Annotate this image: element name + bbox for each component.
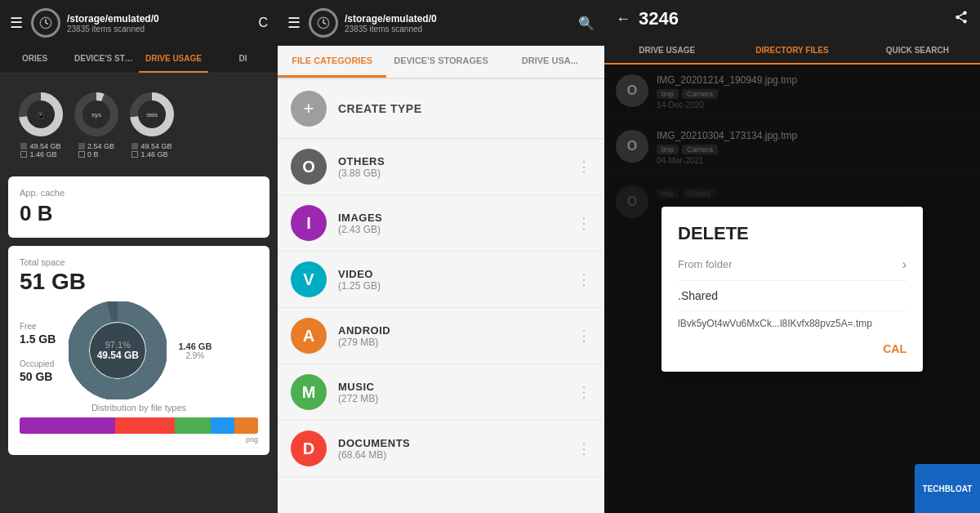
tab-drive-usage-right[interactable]: DRIVE USAGE [604,38,729,63]
cat-more-images[interactable]: ⋮ [577,214,591,232]
watermark: TECHBLOAT [915,464,980,513]
category-row-android[interactable]: A ANDROID (279 MB) ⋮ [278,308,604,364]
middle-storage-text: /storage/emulated/0 23835 items scanned [345,13,437,33]
cat-info-documents: DOCUMENTS (68.64 MB) [338,437,565,461]
tab-ories[interactable]: ORIES [0,46,69,73]
distribution-label: Distribution by file types [20,403,258,413]
cat-size-others: (3.88 GB) [338,167,565,179]
cat-size-music: (272 MB) [338,393,565,404]
delete-from-label: From folder [678,258,732,270]
storage-items: 23835 items scanned [67,25,159,33]
cat-name-android: ANDROID [338,324,565,337]
create-type-row[interactable]: + CREATE TYPE [278,79,604,139]
delete-filename: lBvk5yOt4wVu6MxCk...l8IKvfx88pvz5A=.tmp [678,318,906,329]
category-row-music[interactable]: M MUSIC (272 MB) ⋮ [278,364,604,421]
tab-drive-usage-mid[interactable]: DRIVE USA... [496,46,604,78]
tab-device-storages-mid[interactable]: DEVICE'S STORAGES [386,46,495,78]
cat-circle-video: V [291,261,327,297]
storage-legend-1: 49.54 GB 1.46 GB [20,142,60,158]
total-space-label: Total space [20,257,258,267]
left-panel: ☰ /storage/emulated/0 23835 items scanne… [0,0,278,513]
cat-circle-documents: D [291,430,327,466]
category-row-images[interactable]: I IMAGES (2.43 GB) ⋮ [278,195,604,252]
cat-more-others[interactable]: ⋮ [577,158,591,176]
delete-folder-name: .Shared [678,289,906,302]
hamburger-icon[interactable]: ☰ [10,14,23,32]
right-list: O IMG_20201214_190949.jpg.tmp tmp Camera… [604,65,980,513]
storage-item-1: 📱 49.54 GB 1.46 GB [16,90,65,158]
middle-menu-icon[interactable]: ☰ [287,14,301,32]
right-nav-tabs: DRIVE USAGE DIRECTORY FILES QUICK SEARCH [604,38,980,65]
left-content: 📱 49.54 GB 1.46 GB sys [0,74,278,513]
cat-name-video: VIDEO [338,268,565,280]
middle-storage-info: /storage/emulated/0 23835 items scanned [309,8,570,38]
category-row-video[interactable]: V VIDEO (1.25 GB) ⋮ [278,252,604,308]
svg-text:sys: sys [91,111,101,118]
delete-actions: CAL [678,342,906,355]
middle-top-bar: ☰ /storage/emulated/0 23835 items scanne… [278,0,604,46]
middle-storage-circle [309,8,338,38]
cat-name-others: OTHERS [338,155,565,167]
delete-dialog-title: DELETE [678,223,906,244]
category-row-others[interactable]: O OTHERS (3.88 GB) ⋮ [278,139,604,195]
cat-name-documents: DOCUMENTS [338,437,565,449]
cat-size-video: (1.25 GB) [338,280,565,292]
cat-circle-music: M [291,374,327,410]
free-occupied: Free 1.5 GB Occupied 50 GB [20,318,56,383]
right-top-bar: ← 3246 [604,0,980,38]
delete-dialog-overlay: DELETE From folder › .Shared lBvk5yOt4wV… [604,65,980,513]
donut-chart-3: data [127,90,176,139]
donut-center-text: 97.1% 49.54 GB [97,340,139,361]
tab-quick-search[interactable]: QUICK SEARCH [855,38,980,63]
storage-legend-3: 49.54 GB 1.46 GB [131,142,172,158]
cat-more-music[interactable]: ⋮ [577,383,591,401]
svg-text:data: data [146,112,158,118]
storage-legend-2: 2.54 GB 0 B [78,142,114,158]
middle-search-icon[interactable]: 🔍 [578,16,595,31]
cat-info-android: ANDROID (279 MB) [338,324,565,348]
donut-chart-1: 📱 [16,90,65,139]
cat-more-video[interactable]: ⋮ [577,270,591,288]
middle-storage-items: 23835 items scanned [345,25,437,33]
delete-from-folder[interactable]: From folder › [678,257,906,281]
app-cache-card: App. cache 0 B [8,176,270,238]
middle-nav-tabs: FILE CATEGORIES DEVICE'S STORAGES DRIVE … [278,46,604,79]
cat-size-documents: (68.64 MB) [338,449,565,461]
tab-directory-files[interactable]: DIRECTORY FILES [729,38,854,63]
cat-circle-others: O [291,149,327,185]
delete-divider [678,310,906,311]
middle-panel: ☰ /storage/emulated/0 23835 items scanne… [278,0,604,513]
free-item: Free 1.5 GB [20,318,56,346]
donut-side-text: 1.46 GB 2.9% [178,341,212,360]
app-cache-value: 0 B [20,201,258,226]
delete-from-arrow[interactable]: › [902,257,906,272]
back-button[interactable]: ← [616,11,630,28]
delete-cancel-button[interactable]: CAL [883,342,906,355]
cat-size-images: (2.43 GB) [338,224,565,235]
storage-info: /storage/emulated/0 23835 items scanned [31,8,250,38]
png-label: png [20,435,258,444]
storage-text: /storage/emulated/0 23835 items scanned [67,13,159,33]
tab-drive-usage-left[interactable]: DRIVE USAGE [139,46,208,73]
storage-path: /storage/emulated/0 [67,13,159,25]
total-space-value: 51 GB [20,269,258,295]
tab-file-categories[interactable]: FILE CATEGORIES [278,46,386,78]
tab-device-storages-left[interactable]: DEVICE'S STORAGES [69,46,139,73]
share-icon[interactable] [954,10,969,28]
right-title: 3246 [639,8,946,29]
middle-storage-path: /storage/emulated/0 [345,13,437,25]
cat-info-video: VIDEO (1.25 GB) [338,268,565,292]
plus-circle: + [291,91,327,127]
storage-item-2: sys 2.54 GB 0 B [72,90,121,158]
cat-info-images: IMAGES (2.43 GB) [338,212,565,235]
distribution-bar [20,417,258,434]
cat-more-documents[interactable]: ⋮ [577,439,591,457]
cat-more-android[interactable]: ⋮ [577,327,591,345]
refresh-icon[interactable]: C [258,16,268,30]
delete-dialog: DELETE From folder › .Shared lBvk5yOt4wV… [662,207,923,372]
tab-di[interactable]: DI [208,46,278,73]
middle-list: + CREATE TYPE O OTHERS (3.88 GB) ⋮ I IMA… [278,79,604,513]
storage-circles-row: 📱 49.54 GB 1.46 GB sys [8,82,270,167]
storage-item-3: data 49.54 GB 1.46 GB [127,90,176,158]
category-row-documents[interactable]: D DOCUMENTS (68.64 MB) ⋮ [278,421,604,477]
